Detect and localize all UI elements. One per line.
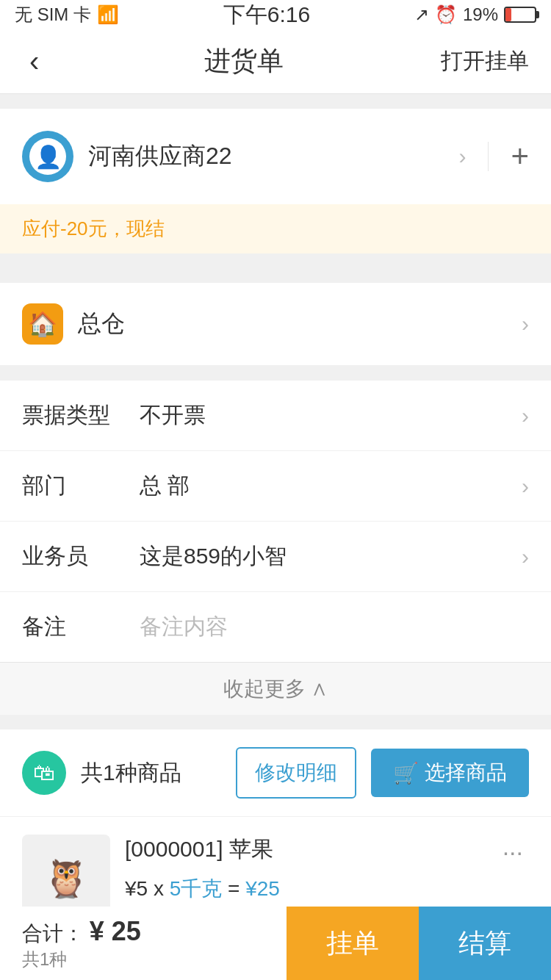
remark-row[interactable]: 备注 备注内容 <box>0 591 551 662</box>
divider-1 <box>0 94 551 109</box>
location-icon: ↗ <box>414 4 429 25</box>
supplier-actions: › + <box>458 139 529 174</box>
salesperson-label: 业务员 <box>22 541 125 572</box>
edit-detail-button[interactable]: 修改明细 <box>236 747 356 799</box>
products-header: 🛍 共1种商品 修改明细 🛒 选择商品 <box>0 729 551 816</box>
product-quantity: 5千克 <box>170 877 223 900</box>
cart-icon: 🛍 <box>33 760 55 785</box>
invoice-type-row[interactable]: 票据类型 不开票 › <box>0 380 551 450</box>
product-name: [0000001] 苹果 <box>125 835 482 865</box>
battery-icon <box>504 7 536 23</box>
product-more-button[interactable]: ··· <box>497 835 529 869</box>
remark-input[interactable]: 备注内容 <box>125 612 529 642</box>
supplier-row[interactable]: 👤 河南供应商22 › + <box>0 109 551 204</box>
product-unit-price: ¥5 <box>125 877 148 900</box>
select-product-button[interactable]: 🛒 选择商品 <box>371 749 529 797</box>
select-product-label: 选择商品 <box>425 759 507 787</box>
status-right: ↗ ⏰ 19% <box>414 4 536 25</box>
product-total: ¥25 <box>245 877 280 900</box>
department-value: 总 部 <box>125 471 522 501</box>
chevron-right-icon: › <box>458 144 466 169</box>
warehouse-chevron-icon: › <box>522 311 529 336</box>
nav-bar: ‹ 进货单 打开挂单 <box>0 29 551 94</box>
wifi-icon: 📶 <box>97 4 119 25</box>
department-row[interactable]: 部门 总 部 › <box>0 450 551 521</box>
product-thumb-icon: 🦉 <box>43 857 89 900</box>
products-icon: 🛍 <box>22 751 66 795</box>
invoice-type-label: 票据类型 <box>22 400 125 430</box>
add-supplier-icon[interactable]: + <box>511 139 529 174</box>
supplier-name: 河南供应商22 <box>88 140 458 173</box>
collapse-bar[interactable]: 收起更多 ∧ <box>0 662 551 715</box>
divider-2 <box>0 253 551 268</box>
select-product-icon: 🛒 <box>393 761 419 785</box>
salesperson-chevron: › <box>522 544 529 569</box>
vertical-divider <box>488 142 489 171</box>
collapse-label: 收起更多 ∧ <box>223 675 328 703</box>
invoice-type-chevron: › <box>522 403 529 428</box>
alarm-icon: ⏰ <box>435 4 457 25</box>
supplier-section: 👤 河南供应商22 › + 应付-20元，现结 <box>0 109 551 253</box>
footer-bar: 合计： ¥ 25 共1种 挂单 结算 <box>0 907 551 980</box>
remark-label: 备注 <box>22 612 125 642</box>
battery-label: 19% <box>463 4 498 25</box>
department-chevron: › <box>522 474 529 499</box>
product-price: ¥5 x 5千克 = ¥25 <box>125 875 482 903</box>
warehouse-name: 总仓 <box>78 308 522 340</box>
supplier-avatar: 👤 <box>22 131 73 182</box>
products-count: 共1种商品 <box>81 758 221 788</box>
checkout-button[interactable]: 结算 <box>419 907 551 980</box>
status-bar: 无 SIM 卡 📶 下午6:16 ↗ ⏰ 19% <box>0 0 551 29</box>
total-label: 合计： <box>22 922 84 945</box>
total-amount: ¥ 25 <box>90 916 141 946</box>
divider-3 <box>0 365 551 380</box>
product-title: 苹果 <box>229 837 273 861</box>
total-section: 合计： ¥ 25 共1种 <box>0 907 287 980</box>
time-label: 下午6:16 <box>223 0 310 30</box>
carrier-label: 无 SIM 卡 <box>15 3 91 26</box>
form-section: 票据类型 不开票 › 部门 总 部 › 业务员 这是859的小智 › 备注 备注… <box>0 380 551 662</box>
salesperson-value: 这是859的小智 <box>125 541 522 572</box>
product-equals: = <box>228 877 245 900</box>
warehouse-row[interactable]: 🏠 总仓 › <box>0 283 551 365</box>
total-count: 共1种 <box>22 948 264 971</box>
supplier-tip: 应付-20元，现结 <box>0 204 551 253</box>
person-icon: 👤 <box>35 144 62 170</box>
department-label: 部门 <box>22 471 125 501</box>
warehouse-icon: 🏠 <box>22 303 63 345</box>
back-button[interactable]: ‹ <box>22 37 46 85</box>
home-icon: 🏠 <box>28 310 57 338</box>
product-info: [0000001] 苹果 ¥5 x 5千克 = ¥25 <box>125 835 482 903</box>
total-row: 合计： ¥ 25 <box>22 916 264 948</box>
status-left: 无 SIM 卡 📶 <box>15 3 119 26</box>
product-x: x <box>154 877 170 900</box>
invoice-type-value: 不开票 <box>125 400 522 430</box>
pending-button[interactable]: 挂单 <box>287 907 419 980</box>
salesperson-row[interactable]: 业务员 这是859的小智 › <box>0 521 551 591</box>
page-title: 进货单 <box>204 43 284 79</box>
product-code: [0000001] <box>125 837 223 861</box>
open-pending-button[interactable]: 打开挂单 <box>441 46 529 76</box>
divider-4 <box>0 715 551 729</box>
